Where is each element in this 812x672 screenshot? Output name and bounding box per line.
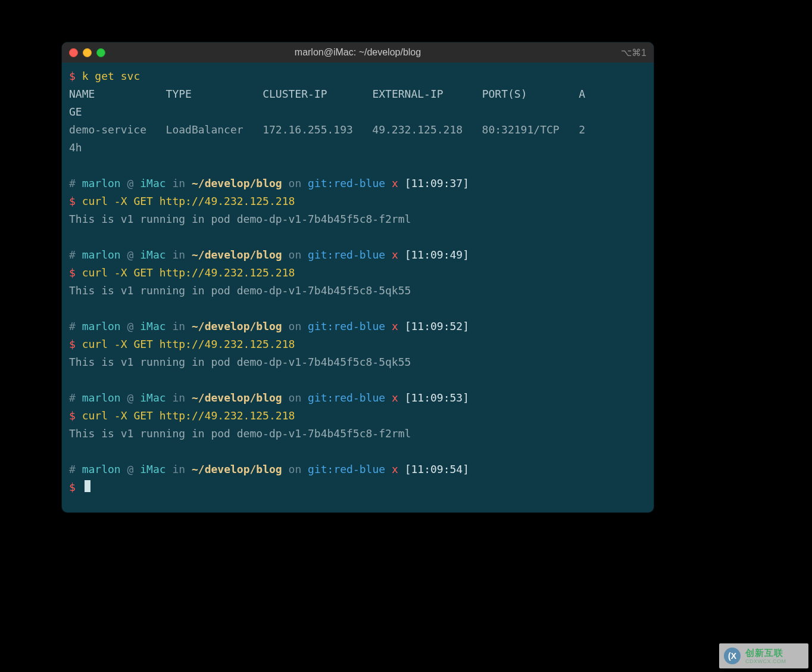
- svc-row: demo-service LoadBalancer 172.16.255.193…: [69, 123, 585, 136]
- hdr-type: TYPE: [166, 88, 192, 100]
- prompt-at: @: [127, 248, 134, 261]
- cmd-curl-1: curl -X GET http://49.232.125.218: [82, 266, 295, 279]
- hdr-age-ge: GE: [69, 105, 82, 118]
- git-dirty: x: [392, 463, 398, 475]
- hdr-externalip: EXTERNAL-IP: [372, 88, 443, 100]
- prompt-user: marlon: [82, 391, 121, 404]
- prompt-user: marlon: [82, 177, 121, 189]
- svc-age1: 2: [579, 123, 585, 136]
- svc-headers: NAME TYPE CLUSTER-IP EXTERNAL-IP PORT(S)…: [69, 88, 585, 100]
- watermark-text: 创新互联 CDXWCX.COM: [745, 648, 786, 664]
- git-prefix: git:: [308, 463, 333, 475]
- prompt-time: [11:09:49]: [405, 248, 469, 261]
- prompt-in: in: [172, 391, 185, 404]
- prompt-git: git:red-blue: [308, 391, 385, 404]
- prompt-in: in: [172, 248, 185, 261]
- prompt-hash: #: [69, 391, 76, 404]
- svc-type: LoadBalancer: [166, 123, 243, 136]
- prompt-time: [11:09:37]: [405, 177, 469, 189]
- prompt-path: ~/develop/blog: [192, 463, 282, 475]
- prompt-time: [11:09:54]: [405, 463, 469, 475]
- prompt-dollar: $: [69, 195, 76, 207]
- watermark: (X 创新互联 CDXWCX.COM: [719, 643, 808, 668]
- svc-ports: 80:32191/TCP: [482, 123, 560, 136]
- git-branch: red-blue: [333, 248, 385, 261]
- window-shortcut: ⌥⌘1: [621, 47, 647, 58]
- svc-externalip: 49.232.125.218: [372, 123, 463, 136]
- hdr-ports: PORT(S): [482, 88, 527, 100]
- titlebar[interactable]: marlon@iMac: ~/develop/blog ⌥⌘1: [62, 42, 654, 63]
- hdr-age-a: A: [579, 88, 585, 100]
- svc-name: demo-service: [69, 123, 146, 136]
- git-branch: red-blue: [333, 391, 385, 404]
- git-prefix: git:: [308, 391, 333, 404]
- watermark-small: CDXWCX.COM: [745, 659, 786, 664]
- cmd-curl-2: curl -X GET http://49.232.125.218: [82, 338, 295, 350]
- cmd-curl-3: curl -X GET http://49.232.125.218: [82, 409, 295, 422]
- prompt-hash: #: [69, 248, 76, 261]
- prompt-path: ~/develop/blog: [192, 248, 282, 261]
- watermark-big: 创新互联: [745, 648, 786, 657]
- terminal-body[interactable]: $ k get svc NAME TYPE CLUSTER-IP EXTERNA…: [62, 63, 654, 503]
- prompt-path: ~/develop/blog: [192, 391, 282, 404]
- watermark-logo-icon: (X: [724, 648, 741, 664]
- prompt-at: @: [127, 391, 134, 404]
- git-prefix: git:: [308, 320, 333, 332]
- prompt-path: ~/develop/blog: [192, 320, 282, 332]
- cmd-k-get-svc: k get svc: [82, 70, 140, 82]
- prompt-hash: #: [69, 463, 76, 475]
- prompt-time: [11:09:52]: [405, 320, 469, 332]
- git-branch: red-blue: [333, 177, 385, 189]
- stage: marlon@iMac: ~/develop/blog ⌥⌘1 $ k get …: [0, 0, 812, 672]
- prompt-host: iMac: [140, 391, 165, 404]
- prompt-time: [11:09:53]: [405, 391, 469, 404]
- git-dirty: x: [392, 177, 398, 189]
- prompt-git: git:red-blue: [308, 463, 385, 475]
- prompt-on: on: [289, 391, 302, 404]
- prompt-host: iMac: [140, 320, 165, 332]
- prompt-on: on: [289, 248, 302, 261]
- prompt-at: @: [127, 320, 134, 332]
- prompt-at: @: [127, 463, 134, 475]
- cmd-curl-0: curl -X GET http://49.232.125.218: [82, 195, 295, 207]
- git-dirty: x: [392, 391, 398, 404]
- terminal-window: marlon@iMac: ~/develop/blog ⌥⌘1 $ k get …: [61, 42, 654, 513]
- git-prefix: git:: [308, 248, 333, 261]
- out-3: This is v1 running in pod demo-dp-v1-7b4…: [69, 427, 411, 440]
- prompt-user: marlon: [82, 463, 121, 475]
- prompt-git: git:red-blue: [308, 177, 385, 189]
- svc-clusterip: 172.16.255.193: [263, 123, 353, 136]
- prompt-git: git:red-blue: [308, 248, 385, 261]
- prompt-host: iMac: [140, 463, 165, 475]
- prompt-hash: #: [69, 177, 76, 189]
- out-1: This is v1 running in pod demo-dp-v1-7b4…: [69, 284, 411, 297]
- prompt-dollar: $: [69, 266, 76, 279]
- prompt-at: @: [127, 177, 134, 189]
- prompt-host: iMac: [140, 177, 165, 189]
- prompt-dollar: $: [69, 70, 76, 82]
- prompt-in: in: [172, 320, 185, 332]
- git-dirty: x: [392, 248, 398, 261]
- prompt-path: ~/develop/blog: [192, 177, 282, 189]
- hdr-name: NAME: [69, 88, 95, 100]
- git-branch: red-blue: [333, 320, 385, 332]
- prompt-git: git:red-blue: [308, 320, 385, 332]
- svc-age2: 4h: [69, 141, 82, 154]
- git-dirty: x: [392, 320, 398, 332]
- cursor-icon: [85, 480, 90, 492]
- git-prefix: git:: [308, 177, 333, 189]
- out-2: This is v1 running in pod demo-dp-v1-7b4…: [69, 356, 411, 368]
- prompt-on: on: [289, 177, 302, 189]
- out-0: This is v1 running in pod demo-dp-v1-7b4…: [69, 213, 411, 225]
- prompt-dollar: $: [69, 481, 76, 493]
- prompt-on: on: [289, 463, 302, 475]
- prompt-on: on: [289, 320, 302, 332]
- prompt-user: marlon: [82, 248, 121, 261]
- prompt-dollar: $: [69, 409, 76, 422]
- prompt-host: iMac: [140, 248, 165, 261]
- prompt-in: in: [172, 463, 185, 475]
- prompt-user: marlon: [82, 320, 121, 332]
- git-branch: red-blue: [333, 463, 385, 475]
- hdr-clusterip: CLUSTER-IP: [263, 88, 327, 100]
- window-title: marlon@iMac: ~/develop/blog: [62, 47, 654, 58]
